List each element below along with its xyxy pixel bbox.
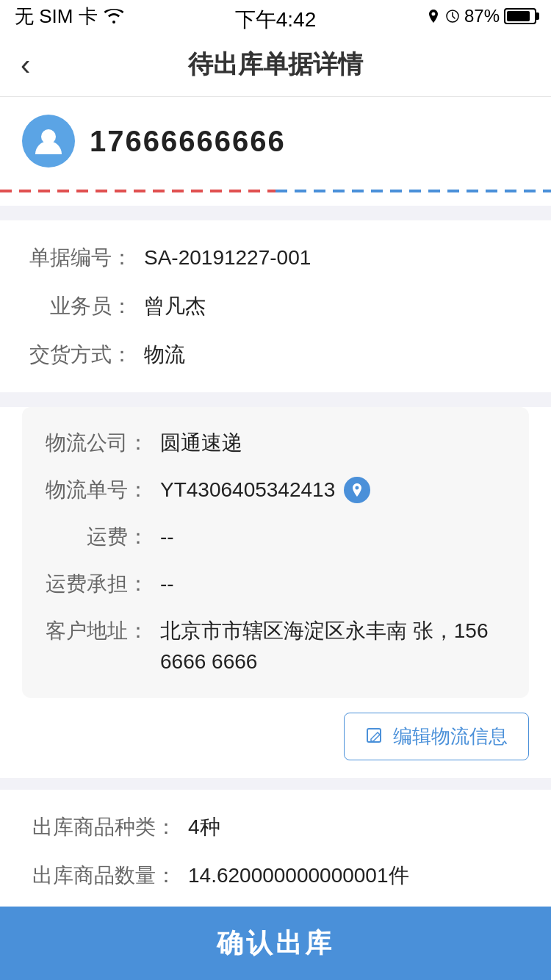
wifi-icon (104, 9, 124, 24)
logistics-container: 物流公司： 圆通速递 物流单号： YT4306405342413 运费： -- … (0, 407, 551, 778)
bottom-area: 确认出库 (0, 907, 551, 980)
dashed-divider-container (0, 185, 551, 206)
nav-bar: ‹ 待出库单据详情 (0, 32, 551, 97)
freight-row: 运费： -- (46, 522, 505, 552)
address-row: 客户地址： 北京市市辖区海淀区永丰南 张，156 6666 6666 (46, 616, 505, 677)
logistics-tracking-label: 物流单号： (46, 475, 148, 505)
freight-bearer-label: 运费承担： (46, 569, 148, 599)
status-time: 下午4:42 (235, 6, 317, 34)
avatar-icon (31, 123, 66, 159)
goods-section: 出库商品种类： 4种 出库商品数量： 14.620000000000001件 (0, 790, 551, 913)
goods-qty-value: 14.620000000000001件 (188, 860, 522, 891)
document-row: 单据编号： SA-20191227-001 (29, 242, 522, 273)
delivery-row: 交货方式： 物流 (29, 339, 522, 370)
nav-title: 待出库单据详情 (188, 48, 363, 82)
freight-bearer-value: -- (160, 569, 505, 599)
goods-qty-label: 出库商品数量： (29, 860, 176, 891)
freight-bearer-row: 运费承担： -- (46, 569, 505, 599)
salesman-value: 曾凡杰 (144, 291, 522, 322)
logistics-company-label: 物流公司： (46, 428, 148, 458)
tracking-location-icon[interactable] (344, 477, 370, 503)
goods-qty-row: 出库商品数量： 14.620000000000001件 (29, 860, 522, 891)
delivery-label: 交货方式： (29, 339, 132, 370)
delivery-value: 物流 (144, 339, 522, 370)
salesman-label: 业务员： (29, 291, 132, 322)
address-label: 客户地址： (46, 616, 148, 646)
logistics-company-value: 圆通速递 (160, 428, 505, 458)
logistics-box: 物流公司： 圆通速递 物流单号： YT4306405342413 运费： -- … (22, 407, 529, 698)
section-divider (0, 778, 551, 790)
user-phone: 17666666666 (90, 125, 286, 158)
battery-text: 87% (464, 6, 500, 26)
edit-icon (365, 727, 386, 747)
user-avatar (22, 115, 75, 167)
goods-type-row: 出库商品种类： 4种 (29, 812, 522, 843)
edit-logistics-button[interactable]: 编辑物流信息 (344, 713, 529, 760)
logistics-tracking-value: YT4306405342413 (160, 475, 505, 505)
dashed-divider (0, 187, 551, 195)
tracking-number: YT4306405342413 (160, 475, 335, 505)
freight-label: 运费： (46, 522, 148, 552)
edit-logistics-area: 编辑物流信息 (0, 713, 551, 778)
document-value: SA-20191227-001 (144, 242, 522, 273)
carrier-text: 无 SIM 卡 (15, 4, 98, 29)
clock-icon (445, 9, 460, 24)
basic-info-section: 单据编号： SA-20191227-001 业务员： 曾凡杰 交货方式： 物流 (0, 220, 551, 392)
back-button[interactable]: ‹ (21, 50, 30, 79)
goods-type-value: 4种 (188, 812, 522, 843)
salesman-row: 业务员： 曾凡杰 (29, 291, 522, 322)
logistics-tracking-row: 物流单号： YT4306405342413 (46, 475, 505, 505)
status-bar: 无 SIM 卡 下午4:42 87% (0, 0, 551, 32)
goods-type-label: 出库商品种类： (29, 812, 176, 843)
edit-btn-label: 编辑物流信息 (393, 724, 508, 749)
status-right-area: 87% (426, 6, 536, 26)
address-value: 北京市市辖区海淀区永丰南 张，156 6666 6666 (160, 616, 505, 677)
logistics-company-row: 物流公司： 圆通速递 (46, 428, 505, 458)
location-status-icon (426, 9, 441, 24)
freight-value: -- (160, 522, 505, 552)
user-section: 17666666666 (0, 97, 551, 185)
document-label: 单据编号： (29, 242, 132, 273)
confirm-button[interactable]: 确认出库 (0, 907, 551, 980)
status-carrier: 无 SIM 卡 (15, 4, 124, 29)
battery-icon (504, 8, 536, 24)
